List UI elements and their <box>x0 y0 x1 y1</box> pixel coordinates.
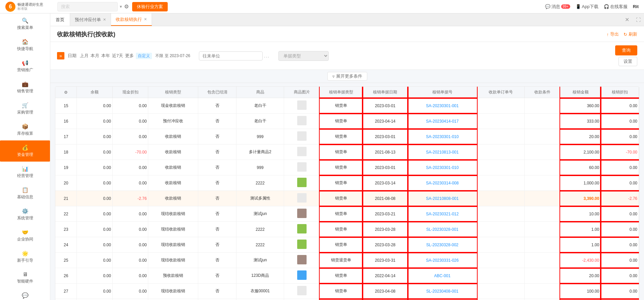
filter-right-actions: 查询 设置 <box>615 45 637 66</box>
td-collection-order-no <box>477 175 525 191</box>
td-write-off-amount: 333.00 <box>560 114 601 129</box>
td-receipt-no[interactable]: SA-20230301-010 <box>408 160 477 175</box>
td-collection-order-no <box>477 237 525 253</box>
table-row: 21 0.00 -2.76 收款核销 否 测试多属性 销货单 2021-08-0… <box>55 191 639 206</box>
td-receipt-no[interactable]: SA-20210808-001 <box>408 191 477 206</box>
date-this-year[interactable]: 本年 <box>101 53 110 59</box>
td-goods: 老白干 <box>236 98 284 114</box>
sidebar-item-operations[interactable]: 📊 经营管理 <box>0 162 50 183</box>
source-unit-dots[interactable]: ... <box>264 53 270 58</box>
td-write-off-discount: 0.00 <box>601 253 639 268</box>
query-btn[interactable]: 查询 <box>615 45 637 55</box>
sidebar-item-base[interactable]: 📋 基础信息 <box>0 183 50 204</box>
receipt-type-select[interactable]: 单据类型 <box>278 51 329 61</box>
tab-collection-close[interactable]: ✕ <box>144 17 147 22</box>
export-btn[interactable]: ↑ 导出 <box>607 31 619 37</box>
source-unit-input[interactable] <box>199 51 263 60</box>
td-receipt-no[interactable]: SL-20230418-001 <box>408 299 477 300</box>
td-balance: 0.00 <box>77 191 113 206</box>
table-row: 24 0.00 0.00 现结收款核销 否 2222 销货单 2023-03-2… <box>55 237 639 253</box>
sidebar-item-inventory[interactable]: 📦 库存核算 <box>0 119 50 140</box>
sales-icon: 💼 <box>22 81 29 87</box>
td-goods-img <box>284 129 320 144</box>
tab-prepay-close[interactable]: ✕ <box>103 17 106 22</box>
system-icon: ⚙️ <box>22 208 29 214</box>
td-collection-condition <box>525 191 560 206</box>
td-receipt-no[interactable]: SL-20230408-001 <box>408 284 477 299</box>
settings-btn[interactable]: 设置 <box>619 57 637 66</box>
td-include-settled: 否 <box>198 98 236 114</box>
sidebar-item-finance[interactable]: 💰 资金管理 <box>0 140 50 162</box>
td-balance: 0.00 <box>77 268 113 284</box>
sidebar-item-hardware[interactable]: 🖥 智能硬件 <box>0 267 50 288</box>
tab-prepay[interactable]: 预付冲应付单 ✕ <box>70 13 111 26</box>
td-write-off-amount: 1.00 <box>560 237 601 253</box>
td-collection-order-no <box>477 222 525 237</box>
td-id: 17 <box>55 129 77 144</box>
td-receipt-no[interactable]: SA-20230414-017 <box>408 114 477 129</box>
col-settings[interactable]: ⚙ <box>55 87 77 98</box>
td-write-off-amount: 100.00 <box>560 284 601 299</box>
td-receipt-type: 销货单 <box>320 160 363 175</box>
td-include-settled: 否 <box>198 284 236 299</box>
page-title: 收款核销执行(按收款) <box>57 30 115 38</box>
sidebar-item-purchase[interactable]: 🛒 采购管理 <box>0 98 50 119</box>
td-collection-condition <box>525 237 560 253</box>
window-expand-btn[interactable]: ⛶ <box>633 13 644 26</box>
td-include-settled: 否 <box>198 114 236 129</box>
sidebar-item-collab[interactable]: 🤝 企业协同 <box>0 225 50 246</box>
td-goods: 多计量商品2 <box>236 144 284 160</box>
sidebar-item-quick[interactable]: 🏠 快捷导航 <box>0 35 50 56</box>
td-receipt-no[interactable]: SA-20230331-026 <box>408 253 477 268</box>
date-more[interactable]: 更多 <box>125 53 134 59</box>
td-write-off-amount: 20.00 <box>560 268 601 284</box>
td-receipt-no[interactable]: SL-20230328-001 <box>408 222 477 237</box>
td-receipt-no[interactable]: SA-20230301-001 <box>408 98 477 114</box>
refresh-btn[interactable]: ↻ 刷新 <box>624 31 637 37</box>
sidebar-item-search[interactable]: 🔍 搜索菜单 <box>0 13 50 35</box>
td-receipt-no[interactable]: ABC-001 <box>408 268 477 284</box>
td-id: 18 <box>55 144 77 160</box>
sidebar-item-system[interactable]: ⚙️ 系统管理 <box>0 204 50 225</box>
td-goods: 测试多属性 <box>236 191 284 206</box>
sidebar-item-marketing[interactable]: 📢 营销推广 <box>0 56 50 77</box>
page-actions: ↑ 导出 ↻ 刷新 <box>607 31 638 37</box>
app-download-btn[interactable]: 📱 App下载 <box>576 4 598 10</box>
expand-more-btn[interactable]: ▿ 展开更多条件 <box>327 72 367 81</box>
table-row: 27 0.00 0.00 现结收款核销 否 衣服00001 销货单 2023-0… <box>55 284 639 299</box>
td-receipt-no[interactable]: SL-20230328-002 <box>408 237 477 253</box>
date-custom[interactable]: 自定义 <box>136 53 152 59</box>
tab-collection[interactable]: 收款核销执行 ✕ <box>111 13 152 26</box>
message-icon: 💬 <box>545 4 550 9</box>
sidebar-item-guide[interactable]: 🌟 新手引导 <box>0 246 50 267</box>
date-7days[interactable]: 近7天 <box>112 53 123 59</box>
filter-expand-btn[interactable]: » <box>57 52 64 59</box>
sidebar-item-sales[interactable]: 💼 销售管理 <box>0 77 50 98</box>
marketing-icon: 📢 <box>22 60 29 66</box>
td-collection-order-no <box>477 160 525 175</box>
app-download-label: App下载 <box>582 4 598 10</box>
td-collection-order-no <box>477 129 525 144</box>
user-name[interactable]: Rit <box>633 4 639 9</box>
date-label: 日期 <box>68 53 76 59</box>
td-goods-img <box>284 253 320 268</box>
td-collection-order-no <box>477 98 525 114</box>
td-receipt-no[interactable]: SA-20230301-010 <box>408 129 477 144</box>
td-collection-condition <box>525 98 560 114</box>
gear-icon[interactable]: ⚙ <box>124 3 129 10</box>
sidebar-item-wechat[interactable]: 💬 企业微信 <box>0 288 50 300</box>
td-receipt-no[interactable]: SA-20230314-008 <box>408 175 477 191</box>
date-this-month[interactable]: 本月 <box>91 53 99 59</box>
window-close-btn[interactable]: ✕ <box>622 13 633 26</box>
td-receipt-no[interactable]: SA-20210813-001 <box>408 144 477 160</box>
td-goods: 2222 <box>236 175 284 191</box>
td-receipt-no[interactable]: SA-20230321-012 <box>408 206 477 222</box>
online-service-btn[interactable]: 🎧 在线客服 <box>604 4 628 10</box>
dropdown-icon[interactable]: ▾ <box>120 4 122 9</box>
tab-home[interactable]: 首页 <box>50 13 70 26</box>
td-write-off-discount: 0.00 <box>601 268 639 284</box>
td-write-off-type: 预付冲应收 <box>148 114 198 129</box>
message-btn[interactable]: 💬 消息 99+ <box>545 4 570 10</box>
industry-btn[interactable]: 休验行业方案 <box>132 2 168 11</box>
date-last-month[interactable]: 上月 <box>80 53 89 59</box>
